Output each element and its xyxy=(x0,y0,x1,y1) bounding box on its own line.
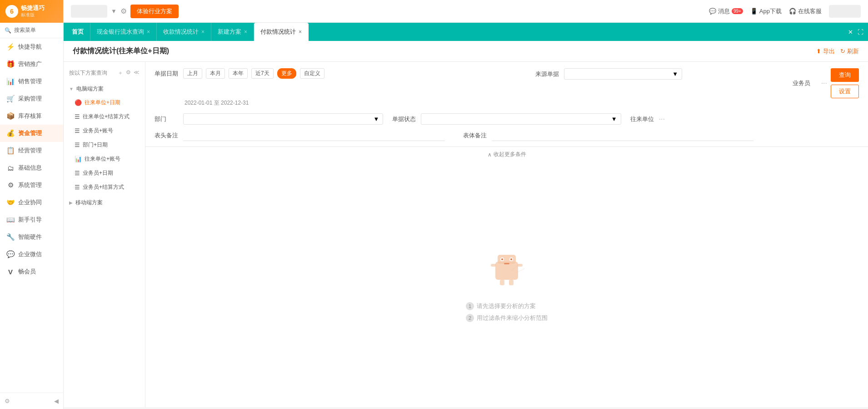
export-label: 导出 xyxy=(823,47,835,56)
date-btn-7days[interactable]: 近7天 xyxy=(251,68,274,79)
dropdown-arrow-icon[interactable]: ▼ xyxy=(111,8,117,15)
tab-home-label: 首页 xyxy=(72,28,84,36)
service-label: 在线客服 xyxy=(798,7,822,15)
logo-sub: 标准版 xyxy=(21,12,45,18)
sidebar-item-inventory[interactable]: 📦 库存核算 xyxy=(0,107,63,125)
tab-new-close[interactable]: × xyxy=(244,29,247,35)
body-note-input[interactable] xyxy=(492,130,753,141)
logo-icon: 6 xyxy=(5,5,18,18)
group-mobile-arrow-icon: ▶ xyxy=(69,200,73,205)
tab-receipt[interactable]: 收款情况统计 × xyxy=(157,23,211,41)
tab-payment[interactable]: 付款情况统计 × xyxy=(254,23,309,41)
tab-receipt-close[interactable]: × xyxy=(201,29,205,35)
footer-settings-icon[interactable]: ⚙ xyxy=(5,398,10,404)
date-btn-this-month[interactable]: 本月 xyxy=(206,68,225,79)
hardware-icon: 🔧 xyxy=(6,233,15,241)
settings-gear-icon[interactable]: ⚙ xyxy=(120,7,127,15)
salesperson-filter-label: 业务员 xyxy=(793,79,818,87)
online-service-button[interactable]: 🎧 在线客服 xyxy=(789,7,822,15)
tab-home[interactable]: 首页 xyxy=(65,23,90,41)
sidebar-item-marketing[interactable]: 🎁 营销推广 xyxy=(0,56,63,73)
tab-receipt-label: 收款情况统计 xyxy=(163,28,199,36)
scheme-settings-icon[interactable]: ⚙ xyxy=(126,69,131,77)
doc-status-select[interactable]: ▼ xyxy=(421,113,621,125)
date-btn-this-year[interactable]: 本年 xyxy=(229,68,248,79)
sidebar-item-corp[interactable]: 🤝 企业协同 xyxy=(0,194,63,211)
sidebar-item-label: 采购管理 xyxy=(18,95,42,103)
sidebar-item-member[interactable]: V 畅会员 xyxy=(0,263,63,280)
tab-bank-close[interactable]: × xyxy=(147,29,150,35)
group-label: 电脑端方案 xyxy=(76,85,104,93)
date-btn-more[interactable]: 更多 xyxy=(277,68,296,79)
messages-button[interactable]: 💬 消息 99+ xyxy=(709,7,743,15)
scheme-item-4[interactable]: 📊 往来单位+账号 xyxy=(64,152,145,166)
sidebar-item-wechat[interactable]: 💬 企业微信 xyxy=(0,246,63,263)
sidebar-item-guide[interactable]: 📖 新手引导 xyxy=(0,211,63,228)
tab-expand-icon[interactable]: ⛶ xyxy=(858,29,863,35)
scheme-item-2-icon: ☰ xyxy=(75,127,80,134)
sidebar-item-finance[interactable]: 💰 资金管理 xyxy=(0,125,63,142)
search-label: 搜索菜单 xyxy=(14,26,36,34)
counterpart-filter-label: 往来单位 xyxy=(630,115,655,123)
sidebar-item-hardware[interactable]: 🔧 智能硬件 xyxy=(0,228,63,246)
export-icon: ⬆ xyxy=(816,48,821,55)
scheme-group-mobile-title[interactable]: ▶ 移动端方案 xyxy=(64,196,145,209)
user-avatar xyxy=(71,5,107,18)
tab-bank[interactable]: 现金银行流水查询 × xyxy=(90,23,157,41)
system-icon: ⚙ xyxy=(6,181,15,189)
scheme-panel: 按以下方案查询 ＋ ⚙ ≪ ▼ 电脑端方案 🔴 xyxy=(64,62,145,407)
sales-icon: 📊 xyxy=(6,77,15,86)
source-select[interactable]: ▼ xyxy=(564,68,682,80)
scheme-item-0[interactable]: 🔴 往来单位+日期 xyxy=(64,96,145,110)
date-btn-custom[interactable]: 自定义 xyxy=(300,68,324,79)
main-split: 按以下方案查询 ＋ ⚙ ≪ ▼ 电脑端方案 🔴 xyxy=(64,62,868,407)
tab-bank-label: 现金银行流水查询 xyxy=(97,28,144,36)
svg-rect-9 xyxy=(500,280,504,285)
export-button[interactable]: ⬆ 导出 xyxy=(816,47,835,56)
settings-button[interactable]: 设置 xyxy=(831,85,859,98)
scheme-item-3[interactable]: ☰ 部门+日期 xyxy=(64,138,145,152)
shortcut-icon: ⚡ xyxy=(6,43,15,51)
refresh-button[interactable]: ↻ 刷新 xyxy=(840,47,859,56)
tab-close-all-icon[interactable]: ✕ xyxy=(848,29,853,35)
date-btn-last-month[interactable]: 上月 xyxy=(183,68,202,79)
header-note-input[interactable] xyxy=(183,130,445,141)
page-header: 付款情况统计(往来单位+日期) ⬆ 导出 ↻ 刷新 xyxy=(64,41,868,62)
footer-collapse-icon[interactable]: ◀ xyxy=(54,398,59,404)
marketing-icon: 🎁 xyxy=(6,60,15,68)
group-arrow-icon: ▼ xyxy=(69,86,74,91)
page-actions: ⬆ 导出 ↻ 刷新 xyxy=(816,47,859,56)
app-download-button[interactable]: 📱 App下载 xyxy=(750,7,782,15)
scheme-item-5[interactable]: ☰ 业务员+日期 xyxy=(64,166,145,180)
sidebar-item-sales[interactable]: 📊 销售管理 xyxy=(0,73,63,90)
tab-new-label: 新建方案 xyxy=(218,28,241,36)
app-label: App下载 xyxy=(759,7,782,15)
dept-select[interactable]: ▼ xyxy=(183,113,383,125)
sidebar-item-basic[interactable]: 🗂 基础信息 xyxy=(0,159,63,177)
sidebar-item-shortcut[interactable]: ⚡ 快捷导航 xyxy=(0,38,63,56)
tab-payment-close[interactable]: × xyxy=(299,29,302,35)
sidebar-item-operation[interactable]: 📋 经营管理 xyxy=(0,142,63,159)
scheme-item-1[interactable]: ☰ 往来单位+结算方式 xyxy=(64,110,145,124)
query-button[interactable]: 查询 xyxy=(831,68,859,82)
scheme-group-desktop-title[interactable]: ▼ 电脑端方案 xyxy=(64,82,145,96)
tab-new[interactable]: 新建方案 × xyxy=(211,23,254,41)
sidebar-item-label: 快捷导航 xyxy=(18,43,42,51)
header-note-label: 表头备注 xyxy=(155,131,180,140)
sidebar-item-label: 智能硬件 xyxy=(18,233,42,241)
scheme-item-6-label: 业务员+结算方式 xyxy=(83,183,124,191)
scheme-header-actions: ＋ ⚙ ≪ xyxy=(118,69,140,77)
scheme-group-desktop: ▼ 电脑端方案 🔴 往来单位+日期 ☰ 往来单位+结算方式 xyxy=(64,82,145,194)
sidebar-item-system[interactable]: ⚙ 系统管理 xyxy=(0,177,63,194)
scheme-collapse-icon[interactable]: ≪ xyxy=(134,69,140,77)
search-menu[interactable]: 🔍 搜索菜单 xyxy=(0,23,63,38)
scheme-add-icon[interactable]: ＋ xyxy=(118,69,123,77)
source-select-arrow: ▼ xyxy=(672,71,678,77)
scheme-item-2[interactable]: ☰ 业务员+账号 xyxy=(64,124,145,138)
collapse-bar[interactable]: ∧ 收起更多条件 xyxy=(145,146,868,162)
scheme-item-1-label: 往来单位+结算方式 xyxy=(83,113,130,121)
trial-button[interactable]: 体验行业方案 xyxy=(130,5,179,18)
sidebar-item-purchase[interactable]: 🛒 采购管理 xyxy=(0,90,63,107)
scheme-item-6[interactable]: ☰ 业务员+结算方式 xyxy=(64,180,145,194)
dept-select-arrow: ▼ xyxy=(373,116,379,122)
